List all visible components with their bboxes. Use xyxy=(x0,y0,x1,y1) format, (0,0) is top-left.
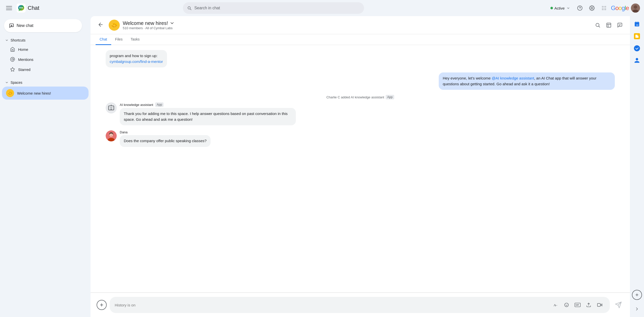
threads-button[interactable] xyxy=(615,20,625,30)
user-avatar[interactable] xyxy=(631,4,640,13)
mentions-icon xyxy=(10,57,15,62)
bot-sender-name: AI knowledge assistant App xyxy=(120,102,296,107)
sidebar-item-starred[interactable]: Starred xyxy=(2,64,89,74)
title-chevron-icon[interactable] xyxy=(170,21,175,26)
tab-files[interactable]: Files xyxy=(111,34,127,45)
svg-point-11 xyxy=(603,6,604,7)
format-text-icon: A xyxy=(553,302,558,307)
svg-point-9 xyxy=(591,7,593,9)
message-input[interactable] xyxy=(115,303,548,307)
svg-point-24 xyxy=(12,59,14,60)
format-text-button[interactable]: A xyxy=(550,300,560,310)
starred-icon xyxy=(10,67,15,72)
svg-point-14 xyxy=(603,8,604,9)
settings-button[interactable] xyxy=(587,3,597,13)
svg-point-41 xyxy=(111,135,112,135)
bot-app-badge: App xyxy=(155,102,164,107)
search-bar-container xyxy=(183,2,364,14)
tasks-app-button[interactable] xyxy=(632,43,642,53)
add-attachment-icon xyxy=(99,302,104,307)
tasks-icon xyxy=(634,45,640,51)
send-icon xyxy=(615,301,622,308)
grid-button[interactable] xyxy=(599,3,609,13)
search-input[interactable] xyxy=(194,6,360,10)
gif-button[interactable]: GIF xyxy=(573,300,583,310)
system-app-badge: App xyxy=(386,95,394,99)
svg-point-6 xyxy=(22,7,23,8)
back-button[interactable] xyxy=(96,20,106,30)
svg-point-33 xyxy=(110,107,111,108)
add-icon xyxy=(635,293,639,297)
svg-text:31: 31 xyxy=(636,24,638,26)
search-bar xyxy=(183,2,364,14)
system-message: Charlie C added AI knowledge assistant A… xyxy=(106,95,615,99)
space-header-avatar: 🤝 xyxy=(109,20,120,31)
svg-point-5 xyxy=(21,7,22,8)
svg-point-18 xyxy=(605,9,606,10)
chat-title: Welcome new hires! xyxy=(123,20,590,26)
user-bubble: Does the company offer public speaking c… xyxy=(120,135,211,147)
mentor-link[interactable]: cymbalgroup.com/find-a-mentor xyxy=(110,59,163,64)
sidebar-item-home[interactable]: Home xyxy=(2,44,89,54)
svg-point-17 xyxy=(603,9,604,10)
chat-header-actions xyxy=(593,20,625,30)
dana-avatar-image xyxy=(106,130,117,141)
spaces-header[interactable]: Spaces xyxy=(2,78,89,87)
contact-icon xyxy=(634,57,640,63)
new-chat-button[interactable]: New chat xyxy=(4,19,82,32)
calendar-app-button[interactable]: 31 xyxy=(632,19,642,29)
new-chat-icon xyxy=(9,23,14,28)
svg-point-10 xyxy=(602,6,603,7)
bot-message-group: AI knowledge assistant App Thank you for… xyxy=(106,102,615,125)
upload-button[interactable] xyxy=(584,300,594,310)
chat-logo-icon xyxy=(17,4,26,13)
add-attachment-button[interactable] xyxy=(97,300,107,310)
svg-point-16 xyxy=(602,9,603,10)
home-icon xyxy=(10,47,15,52)
starred-label: Starred xyxy=(18,67,30,72)
spaces-label: Spaces xyxy=(11,81,22,85)
system-text: Charlie C added AI knowledge assistant xyxy=(326,95,384,99)
bot-icon xyxy=(108,104,115,111)
app-logo: Chat xyxy=(17,4,39,13)
video-call-button[interactable] xyxy=(595,300,605,310)
notes-icon xyxy=(634,33,640,39)
contact-button[interactable] xyxy=(632,55,642,65)
messages-area: program and how to sign up: cymbalgroup.… xyxy=(91,45,630,292)
tab-tasks[interactable]: Tasks xyxy=(127,34,144,45)
chat-header-info: Welcome new hires! 510 members · All of … xyxy=(123,20,590,30)
shortcuts-label: Shortcuts xyxy=(11,38,25,42)
sidebar-item-welcome-space[interactable]: 🤝 Welcome new hires! xyxy=(2,87,89,100)
status-dot xyxy=(550,7,553,9)
app-title: Chat xyxy=(28,5,39,11)
add-app-button[interactable] xyxy=(632,290,642,300)
upload-icon xyxy=(586,302,591,307)
layout-icon xyxy=(606,22,612,28)
tab-chat[interactable]: Chat xyxy=(96,34,111,45)
notes-app-button[interactable] xyxy=(632,31,642,41)
emoji-button[interactable] xyxy=(561,300,572,310)
svg-point-13 xyxy=(602,8,603,9)
svg-marker-25 xyxy=(11,67,15,71)
svg-text:GIF: GIF xyxy=(576,304,579,306)
search-chat-icon xyxy=(595,22,600,28)
send-button[interactable] xyxy=(613,299,624,310)
expand-panel-button[interactable] xyxy=(632,304,642,314)
space-emoji: 🤝 xyxy=(6,89,14,97)
hamburger-icon[interactable] xyxy=(4,3,14,13)
status-pill[interactable]: Active xyxy=(548,5,573,12)
search-chat-button[interactable] xyxy=(593,20,603,30)
status-chevron-icon xyxy=(566,6,570,10)
video-call-icon xyxy=(597,302,602,307)
svg-point-40 xyxy=(110,135,111,135)
svg-point-4 xyxy=(19,7,20,8)
svg-rect-1 xyxy=(6,8,12,8)
shortcuts-header[interactable]: Shortcuts xyxy=(2,36,89,44)
svg-point-15 xyxy=(605,8,606,9)
help-button[interactable] xyxy=(575,3,585,13)
user-message-content: Dana Does the company offer public speak… xyxy=(120,130,211,147)
layout-button[interactable] xyxy=(604,20,614,30)
svg-point-47 xyxy=(566,304,566,305)
dana-avatar xyxy=(106,130,117,141)
sidebar-item-mentions[interactable]: Mentions xyxy=(2,54,89,64)
